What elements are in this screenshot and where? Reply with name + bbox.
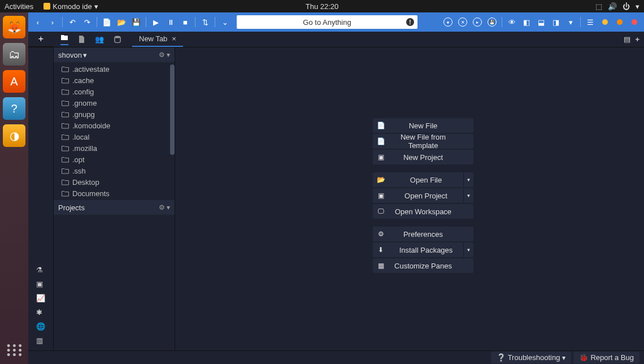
flask-icon[interactable]: ⚗ bbox=[36, 266, 45, 274]
more-button[interactable]: ⌄ bbox=[219, 16, 231, 28]
file-tree: .activestate.cache.config.gnome.gnupg.ko… bbox=[54, 62, 175, 200]
db-tab-icon[interactable] bbox=[114, 36, 121, 43]
back-button[interactable]: ‹ bbox=[32, 16, 44, 28]
firefox-icon[interactable]: 🦊 bbox=[3, 16, 25, 38]
open-project-button[interactable]: ▣Open Project▼ bbox=[373, 188, 473, 203]
folder-icon bbox=[62, 168, 69, 174]
play-button[interactable]: ▶ bbox=[150, 16, 162, 28]
save-button[interactable]: 💾 bbox=[130, 16, 142, 28]
bug-icon: 🐞 bbox=[579, 353, 588, 362]
menu-button[interactable]: ☰ bbox=[584, 16, 597, 28]
new-file-template-button[interactable]: 📄New File from Template bbox=[373, 134, 473, 149]
web-icon[interactable]: 🌐 bbox=[36, 322, 45, 331]
sort-button[interactable]: ⇅ bbox=[199, 16, 211, 28]
help-icon[interactable]: ? bbox=[3, 97, 25, 120]
network-icon[interactable]: ⬚ bbox=[595, 2, 602, 11]
add-tab-button[interactable]: + bbox=[635, 35, 639, 44]
power-icon[interactable]: ⏻ bbox=[623, 2, 630, 11]
goto-placeholder: Go to Anything bbox=[303, 18, 351, 27]
folder-item[interactable]: .komodoide bbox=[54, 120, 175, 131]
activities-button[interactable]: Activities bbox=[5, 2, 33, 11]
folder-item[interactable]: .ssh bbox=[54, 165, 175, 176]
open-workspace-button[interactable]: 🖵Open Workspace bbox=[373, 204, 473, 219]
chevron-down-icon[interactable]: ▼ bbox=[463, 188, 473, 203]
app-menu[interactable]: Komodo ide ▾ bbox=[43, 2, 98, 11]
list-view-icon[interactable]: ▤ bbox=[624, 35, 630, 44]
folder-item[interactable]: .local bbox=[54, 131, 175, 142]
folder-item[interactable]: .mozilla bbox=[54, 142, 175, 154]
undo-button[interactable]: ↶ bbox=[66, 16, 79, 28]
software-icon[interactable]: A bbox=[3, 70, 25, 93]
status-red-icon[interactable] bbox=[628, 16, 641, 28]
gear-icon[interactable]: ⚙ ▾ bbox=[159, 51, 170, 59]
report-bug-button[interactable]: 🐞Report a Bug bbox=[573, 352, 639, 363]
download-icon: ⬇ bbox=[373, 246, 389, 254]
chevron-down-icon[interactable]: ▼ bbox=[463, 172, 473, 187]
folder-item[interactable]: .opt bbox=[54, 154, 175, 165]
save-macro-button[interactable]: 💾 bbox=[486, 16, 498, 28]
folder-item[interactable]: .gnupg bbox=[54, 109, 175, 120]
chevron-down-icon[interactable]: ▼ bbox=[463, 242, 473, 257]
open-file-button[interactable]: 📂 bbox=[115, 16, 128, 28]
folder-item[interactable]: .cache bbox=[54, 75, 175, 86]
scrollbar[interactable] bbox=[170, 64, 175, 155]
status-yellow-icon[interactable] bbox=[599, 16, 611, 28]
cancel-macro-button[interactable]: ✕ bbox=[456, 16, 469, 28]
bottom-pane-button[interactable]: ⬓ bbox=[535, 16, 547, 28]
template-icon: 📄 bbox=[373, 137, 389, 145]
stop-button[interactable]: ■ bbox=[179, 16, 192, 28]
folder-icon bbox=[62, 190, 69, 197]
os-top-bar: Activities Komodo ide ▾ Thu 22:20 ⬚ 🔊 ⏻ … bbox=[0, 0, 644, 12]
info-icon[interactable]: ! bbox=[406, 18, 414, 26]
folder-item[interactable]: Desktop bbox=[54, 176, 175, 188]
places-tab-icon[interactable] bbox=[60, 34, 68, 45]
workspace-icon: 🖵 bbox=[373, 207, 389, 215]
folder-item[interactable]: .gnome bbox=[54, 97, 175, 109]
new-project-button[interactable]: ▣New Project bbox=[373, 150, 473, 164]
gear-icon[interactable]: ⚙ ▾ bbox=[159, 203, 170, 211]
status-orange-icon[interactable] bbox=[613, 16, 626, 28]
open-file-button[interactable]: 📂Open File▼ bbox=[373, 172, 473, 187]
komodo-dock-icon[interactable]: ◑ bbox=[3, 124, 25, 147]
tab-bar: + 👥 New Tab × ▤ + bbox=[28, 32, 644, 47]
install-packages-button[interactable]: ⬇Install Packages▼ bbox=[373, 242, 473, 257]
tab-label: New Tab bbox=[139, 34, 167, 43]
projects-header[interactable]: Projects ⚙ ▾ bbox=[54, 200, 175, 215]
pane-dropdown-button[interactable]: ▾ bbox=[564, 16, 577, 28]
customize-panes-button[interactable]: ▦Customize Panes bbox=[373, 258, 473, 273]
preferences-button[interactable]: ⚙Preferences bbox=[373, 227, 473, 241]
regex-icon[interactable]: ✱ bbox=[36, 308, 45, 317]
new-file-button[interactable]: 📄New File bbox=[373, 118, 473, 133]
collab-tab-icon[interactable]: 👥 bbox=[95, 35, 104, 44]
forward-button[interactable]: › bbox=[46, 16, 59, 28]
right-pane-button[interactable]: ◨ bbox=[550, 16, 562, 28]
close-tab-icon[interactable]: × bbox=[172, 34, 176, 43]
clock[interactable]: Thu 22:20 bbox=[306, 2, 339, 11]
redo-button[interactable]: ↷ bbox=[81, 16, 93, 28]
chart-icon[interactable]: 📈 bbox=[36, 294, 45, 302]
folder-item[interactable]: Documents bbox=[54, 188, 175, 199]
ide-window: ‹ › ↶ ↷ 📄 📂 💾 ▶ ⏸ ■ ⇅ ⌄ Go to Anything !… bbox=[28, 12, 644, 364]
volume-icon[interactable]: 🔊 bbox=[608, 2, 617, 11]
goto-anything-input[interactable]: Go to Anything ! bbox=[237, 15, 417, 29]
record-macro-button[interactable]: ● bbox=[442, 16, 454, 28]
app-grid-icon[interactable]: ••••••••• bbox=[7, 344, 24, 357]
left-pane-button[interactable]: ◧ bbox=[520, 16, 533, 28]
places-header[interactable]: shovon▾ ⚙ ▾ bbox=[54, 47, 175, 62]
folder-item[interactable]: .config bbox=[54, 86, 175, 97]
pause-button[interactable]: ⏸ bbox=[164, 16, 177, 28]
folder-icon bbox=[62, 134, 69, 140]
book-icon[interactable]: ▥ bbox=[36, 336, 45, 345]
grid-icon: ▦ bbox=[373, 262, 389, 270]
preview-button[interactable]: 👁 bbox=[506, 16, 518, 28]
troubleshooting-button[interactable]: ❔Troubleshooting ▾ bbox=[491, 352, 572, 363]
terminal-icon[interactable]: ▣ bbox=[36, 280, 45, 288]
dropdown-icon[interactable]: ▾ bbox=[636, 2, 639, 11]
file-tab-icon[interactable] bbox=[79, 36, 85, 43]
files-icon[interactable]: 🗂 bbox=[3, 43, 25, 66]
play-macro-button[interactable]: ▸ bbox=[471, 16, 484, 28]
add-side-tab-button[interactable]: + bbox=[38, 34, 43, 44]
tab-new[interactable]: New Tab × bbox=[132, 32, 183, 47]
folder-item[interactable]: .activestate bbox=[54, 63, 175, 75]
new-file-button[interactable]: 📄 bbox=[101, 16, 113, 28]
